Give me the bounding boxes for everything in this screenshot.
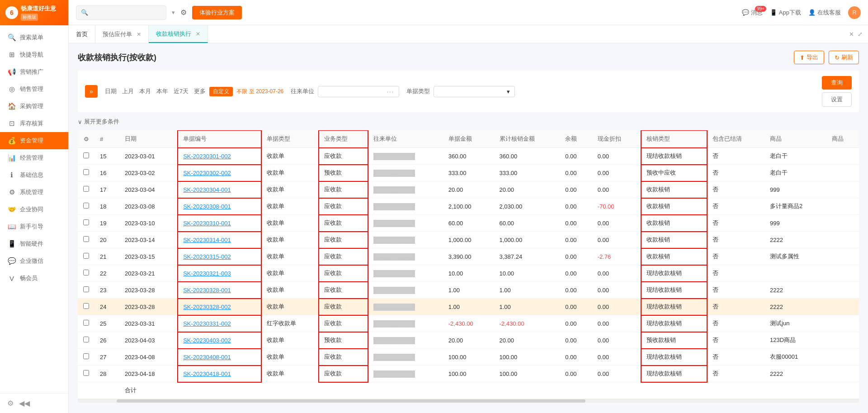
sidebar-settings-icon[interactable]: ⚙: [7, 399, 14, 408]
page-actions: ⬆ 导出 ↻ 刷新: [794, 51, 859, 64]
col-header-settings[interactable]: ⚙: [78, 130, 94, 148]
row-checkbox[interactable]: [83, 152, 89, 158]
sidebar-item-hardware[interactable]: 📱智能硬件: [0, 235, 68, 252]
sidebar-item-guide[interactable]: 📖新手引导: [0, 218, 68, 235]
topbar-gear-icon[interactable]: ⚙: [180, 8, 187, 17]
sidebar-item-enterprise[interactable]: 🤝企业协同: [0, 201, 68, 218]
row-checkbox[interactable]: [83, 270, 89, 275]
row-checkbox[interactable]: [83, 219, 89, 225]
sidebar-item-quick-nav[interactable]: ⊞快捷导航: [0, 46, 68, 63]
sidebar-item-sales[interactable]: ◎销售管理: [0, 81, 68, 98]
topbar-search-box[interactable]: 🔍: [76, 5, 166, 20]
date-last-month-btn[interactable]: 上月: [120, 86, 136, 96]
voucher-no-link[interactable]: SK-20230403-002: [183, 337, 231, 344]
tab-collection[interactable]: 收款核销执行 ✕: [149, 25, 208, 43]
voucher-no-link[interactable]: SK-20230302-002: [183, 170, 231, 176]
user-avatar[interactable]: R: [848, 6, 861, 19]
row-checkbox[interactable]: [83, 353, 89, 359]
refresh-button[interactable]: ↻ 刷新: [829, 51, 859, 64]
row-checkbox[interactable]: [83, 370, 89, 376]
row-checkbox[interactable]: [83, 337, 89, 342]
voucher-no-link[interactable]: SK-20230418-001: [183, 370, 231, 377]
voucher-no-link[interactable]: SK-20230310-001: [183, 220, 231, 227]
col-header-date: 日期: [119, 130, 178, 148]
row-checkbox[interactable]: [83, 286, 89, 292]
date-more-btn[interactable]: 更多: [192, 86, 208, 96]
tab-collection-close[interactable]: ✕: [196, 31, 200, 37]
page-title: 收款核销执行(按收款): [78, 52, 156, 63]
filter-toggle-button[interactable]: »: [85, 85, 98, 98]
sidebar-item-operation[interactable]: 📊经营管理: [0, 149, 68, 166]
table-row[interactable]: 18 2023-03-08 SK-20230308-001 收款单 应收款 ██…: [78, 198, 859, 215]
tab-prepay-close[interactable]: ✕: [137, 31, 141, 38]
sidebar-item-purchase[interactable]: 🏠采购管理: [0, 98, 68, 115]
tab-home[interactable]: 首页: [69, 25, 95, 43]
tab-prepay[interactable]: 预估应付单 ✕: [95, 25, 149, 43]
setting-button[interactable]: 设置: [822, 92, 852, 107]
query-button[interactable]: 查询: [822, 76, 852, 90]
sidebar-item-basic-info[interactable]: ℹ基础信息: [0, 166, 68, 184]
row-checkbox[interactable]: [83, 236, 89, 242]
table-row[interactable]: 26 2023-04-03 SK-20230403-002 收款单 预收款 ██…: [78, 332, 859, 349]
row-checkbox[interactable]: [83, 320, 89, 326]
date-this-year-btn[interactable]: 本年: [155, 86, 170, 96]
expand-conditions-btn[interactable]: ∨ 展开更多条件: [78, 118, 859, 126]
row-checkbox[interactable]: [83, 169, 89, 175]
tab-expand-icon[interactable]: ⤢: [858, 31, 863, 38]
date-this-month-btn[interactable]: 本月: [137, 86, 153, 96]
table-row[interactable]: 19 2023-03-10 SK-20230310-001 收款单 应收款 ██…: [78, 215, 859, 232]
voucher-no-link[interactable]: SK-20230408-001: [183, 354, 231, 361]
sidebar-item-search[interactable]: 🔍搜索菜单: [0, 29, 68, 46]
sidebar-label-vip: 畅会员: [20, 274, 38, 282]
voucher-no-link[interactable]: SK-20230321-003: [183, 270, 231, 277]
row-checkbox[interactable]: [83, 186, 89, 192]
table-row[interactable]: 23 2023-03-28 SK-20230328-001 收款单 应收款 ██…: [78, 282, 859, 299]
voucher-type-select[interactable]: ▾: [434, 86, 515, 97]
select-arrow-icon: ▾: [507, 88, 510, 95]
sidebar-item-marketing[interactable]: 📢营销推广: [0, 63, 68, 81]
table-row[interactable]: 25 2023-03-31 SK-20230331-002 红字收款单 应收款 …: [78, 315, 859, 332]
sidebar-collapse-icon[interactable]: ◀◀: [19, 399, 30, 408]
sidebar-item-inventory[interactable]: ⊡库存核算: [0, 115, 68, 132]
voucher-no-link[interactable]: SK-20230304-001: [183, 186, 231, 193]
table-row[interactable]: 21 2023-03-15 SK-20230315-002 收款单 应收款 ██…: [78, 248, 859, 265]
tab-close-all-icon[interactable]: ✕: [849, 31, 854, 38]
table-scroll-area[interactable]: ⚙ # 日期 单据编号 单据类型 业务类型 往来单位 单据金额 累计核销金额 余…: [78, 130, 859, 399]
table-row[interactable]: 24 2023-03-28 SK-20230328-002 收款单 应收款 ██…: [78, 299, 859, 315]
table-row[interactable]: 27 2023-04-08 SK-20230408-001 收款单 应收款 ██…: [78, 349, 859, 366]
sidebar-item-vip[interactable]: V畅会员: [0, 270, 68, 287]
date-7days-btn[interactable]: 近7天: [172, 86, 190, 96]
sidebar-item-system[interactable]: ⚙系统管理: [0, 184, 68, 201]
voucher-no-link[interactable]: SK-20230301-002: [183, 153, 231, 160]
table-row[interactable]: 28 2023-04-18 SK-20230418-001 收款单 应收款 ██…: [78, 366, 859, 382]
table-scrollbar[interactable]: [78, 399, 859, 403]
voucher-no-link[interactable]: SK-20230308-001: [183, 203, 231, 210]
voucher-no-link[interactable]: SK-20230331-002: [183, 320, 231, 327]
col-header-partner: 往来单位: [368, 130, 443, 148]
table-row[interactable]: 17 2023-03-04 SK-20230304-001 收款单 应收款 ██…: [78, 181, 859, 198]
voucher-no-link[interactable]: SK-20230314-001: [183, 237, 231, 243]
voucher-no-link[interactable]: SK-20230328-002: [183, 304, 231, 310]
sidebar-item-finance[interactable]: 💰资金管理: [0, 132, 68, 149]
col-settings-icon: ⚙: [84, 136, 89, 142]
voucher-no-link[interactable]: SK-20230328-001: [183, 287, 231, 294]
solution-button[interactable]: 体验行业方案: [192, 6, 242, 19]
table-row[interactable]: 20 2023-03-14 SK-20230314-001 收款单 应收款 ██…: [78, 232, 859, 248]
message-button[interactable]: 💬 消息 99+: [742, 9, 763, 17]
topbar-dropdown-arrow[interactable]: ▾: [172, 9, 175, 16]
table-row[interactable]: 15 2023-03-01 SK-20230301-002 收款单 应收款 ██…: [78, 148, 859, 165]
sidebar-bottom: ⚙ ◀◀: [0, 393, 68, 413]
row-checkbox[interactable]: [83, 203, 89, 209]
online-service-button[interactable]: 👤 在线客服: [808, 9, 841, 17]
table-row[interactable]: 22 2023-03-21 SK-20230321-003 收款单 应收款 ██…: [78, 265, 859, 282]
sidebar-item-wechat[interactable]: 💬企业微信: [0, 252, 68, 270]
col-header-balance: 余额: [560, 130, 592, 148]
voucher-no-link[interactable]: SK-20230315-002: [183, 253, 231, 260]
row-checkbox[interactable]: [83, 303, 89, 309]
date-custom-btn[interactable]: 自定义: [209, 87, 233, 96]
table-row[interactable]: 16 2023-03-02 SK-20230302-002 收款单 预收款 ██…: [78, 165, 859, 181]
row-checkbox[interactable]: [83, 253, 89, 259]
partner-input[interactable]: ···: [318, 86, 399, 97]
app-download-button[interactable]: 📱 App下载: [770, 9, 801, 17]
export-button[interactable]: ⬆ 导出: [794, 51, 824, 64]
